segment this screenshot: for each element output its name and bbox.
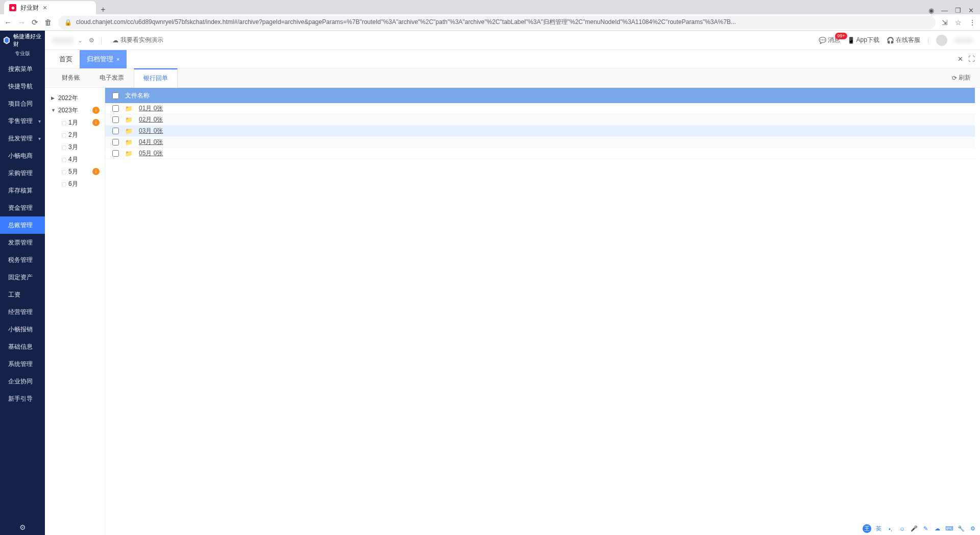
tree-node-month[interactable]: ▢ 6月 xyxy=(45,178,105,190)
subtab-finance[interactable]: 财务账 xyxy=(52,68,90,87)
ime-emoji-icon[interactable]: ☺ xyxy=(898,524,906,533)
close-tab-icon[interactable]: × xyxy=(116,56,119,62)
install-icon[interactable]: ⇲ xyxy=(942,18,948,27)
row-checkbox[interactable] xyxy=(112,128,119,134)
close-window-icon[interactable]: ✕ xyxy=(968,7,974,14)
sidebar-item[interactable]: 批发管理▾ xyxy=(0,130,45,147)
sidebar-item[interactable]: 小畅电商 xyxy=(0,147,45,164)
table-row[interactable]: 📁 05月 0张 xyxy=(105,148,975,159)
avatar[interactable] xyxy=(936,35,947,46)
maximize-icon[interactable]: ❐ xyxy=(955,7,961,14)
ime-settings-icon[interactable]: ⚙ xyxy=(968,524,977,533)
sidebar-nav: 搜索菜单快捷导航项目合同零售管理▾批发管理▾小畅电商采购管理库存核算资金管理总账… xyxy=(0,60,45,520)
forward-icon[interactable]: → xyxy=(18,18,26,27)
sidebar-item[interactable]: 库存核算 xyxy=(0,182,45,199)
fullscreen-icon[interactable]: ⛶ xyxy=(968,55,975,63)
sidebar-item[interactable]: 发票管理 xyxy=(0,234,45,251)
messages-button[interactable]: 💬 消息 99+ xyxy=(819,36,840,44)
tab-home[interactable]: 首页 xyxy=(52,50,80,68)
file-name-link[interactable]: 04月 0张 xyxy=(139,138,163,147)
star-icon[interactable]: ☆ xyxy=(955,18,962,27)
file-name-link[interactable]: 02月 0张 xyxy=(139,115,163,124)
table-row[interactable]: 📁 01月 0张 xyxy=(105,103,975,114)
sidebar-item[interactable]: 小畅报销 xyxy=(0,321,45,338)
ime-skin-icon[interactable]: ✎ xyxy=(921,524,930,533)
company-selector[interactable]: ⌄ xyxy=(52,37,83,44)
sidebar-item[interactable]: 快捷导航 xyxy=(0,78,45,95)
new-tab-button[interactable]: + xyxy=(96,5,110,14)
sub-tabs: 财务账 电子发票 银行回单 ⟳ 刷新 xyxy=(45,68,980,88)
gear-icon[interactable]: ⚙ xyxy=(89,37,94,44)
month-label: 6月 xyxy=(68,180,78,188)
trash-icon[interactable]: 🗑 xyxy=(44,18,52,27)
reload-icon[interactable]: ⟳ xyxy=(32,18,38,27)
tree-node-month[interactable]: ▢ 4月 xyxy=(45,153,105,165)
refresh-button[interactable]: ⟳ 刷新 xyxy=(952,74,971,82)
table-row[interactable]: 📁 04月 0张 xyxy=(105,137,975,148)
sidebar-item[interactable]: 新手引导 xyxy=(0,390,45,407)
sidebar-item[interactable]: 固定资产 xyxy=(0,269,45,286)
row-checkbox[interactable] xyxy=(112,150,119,157)
menu-icon[interactable]: ⋮ xyxy=(969,18,976,27)
ime-mic-icon[interactable]: 🎤 xyxy=(910,524,918,533)
sidebar-item[interactable]: 税务管理 xyxy=(0,251,45,269)
tree-node-month[interactable]: ▢ 2月 xyxy=(45,129,105,141)
table-row[interactable]: 📁 02月 0张 xyxy=(105,114,975,126)
ime-lang[interactable]: 英 xyxy=(874,524,883,533)
sidebar-item[interactable]: 搜索菜单 xyxy=(0,60,45,78)
logo[interactable]: 畅捷通好业财 xyxy=(0,31,45,50)
sidebar-item[interactable]: 系统管理 xyxy=(0,355,45,373)
tree-node-month[interactable]: ▢ 5月 i xyxy=(45,165,105,178)
column-filename: 文件名称 xyxy=(125,91,150,100)
sidebar-item[interactable]: 经营管理 xyxy=(0,303,45,321)
ime-cloud-icon[interactable]: ☁ xyxy=(933,524,942,533)
sidebar-item[interactable]: 企业协同 xyxy=(0,373,45,390)
tree-node-month[interactable]: ▢ 1月 i xyxy=(45,116,105,129)
chevron-down-icon: ⌄ xyxy=(78,37,83,44)
minimize-icon[interactable]: — xyxy=(941,7,948,14)
subtab-invoice-label: 电子发票 xyxy=(100,74,124,82)
sidebar-item[interactable]: 零售管理▾ xyxy=(0,112,45,130)
sidebar-item[interactable]: 工资 xyxy=(0,286,45,303)
ime-tool-icon[interactable]: 🔧 xyxy=(957,524,965,533)
demo-link[interactable]: ☁ 我要看实例演示 xyxy=(112,36,163,44)
settings-gear-icon[interactable]: ⚙ xyxy=(0,520,45,535)
url-field[interactable]: 🔒 cloud.chanjet.com/cc/u6d89qwnryel/57bf… xyxy=(58,16,936,29)
online-support-button[interactable]: 🎧 在线客服 xyxy=(887,36,920,44)
sidebar-item[interactable]: 资金管理 xyxy=(0,199,45,216)
tree-node-2023[interactable]: ▼ 2023年 i xyxy=(45,104,105,116)
year-tree: ▶ 2022年 ▼ 2023年 i ▢ 1月 i ▢ 2月 xyxy=(45,88,105,535)
headset-icon: 🎧 xyxy=(887,37,894,44)
back-icon[interactable]: ← xyxy=(4,18,12,27)
ime-punct-icon[interactable]: •, xyxy=(886,524,895,533)
file-name-link[interactable]: 01月 0张 xyxy=(139,104,163,113)
table-row[interactable]: 📁 03月 0张 xyxy=(105,126,975,137)
file-table-header: 文件名称 xyxy=(105,88,975,103)
file-name-link[interactable]: 05月 0张 xyxy=(139,149,163,158)
main-panel: ⌄ ⚙ | ☁ 我要看实例演示 💬 消息 99+ 📱 App下载 🎧 xyxy=(45,31,980,535)
tree-node-month[interactable]: ▢ 3月 xyxy=(45,141,105,153)
sidebar-item[interactable]: 项目合同 xyxy=(0,95,45,112)
file-name-link[interactable]: 03月 0张 xyxy=(139,127,163,135)
account-icon[interactable]: ◉ xyxy=(928,7,934,14)
close-all-tabs-icon[interactable]: ✕ xyxy=(958,55,963,63)
sidebar-item[interactable]: 基础信息 xyxy=(0,338,45,355)
sidebar-item[interactable]: 总账管理 xyxy=(0,216,45,234)
app-download-button[interactable]: 📱 App下载 xyxy=(847,36,879,44)
tab-archive[interactable]: 归档管理 × xyxy=(80,50,127,68)
tree-node-2022[interactable]: ▶ 2022年 xyxy=(45,92,105,104)
row-checkbox[interactable] xyxy=(112,139,119,145)
ime-main-icon[interactable]: 王 xyxy=(863,524,871,533)
file-listing: 文件名称 📁 01月 0张 📁 02月 0张 📁 03月 0张 📁 04月 0张… xyxy=(105,88,980,535)
row-checkbox[interactable] xyxy=(112,105,119,112)
subtab-bank-receipt[interactable]: 银行回单 xyxy=(134,68,178,88)
sidebar-item-label: 库存核算 xyxy=(8,186,33,195)
browser-tab[interactable]: ◆ 好业财 × xyxy=(4,1,96,14)
close-tab-icon[interactable]: × xyxy=(43,4,47,12)
sidebar-item[interactable]: 采购管理 xyxy=(0,164,45,182)
ime-keyboard-icon[interactable]: ⌨ xyxy=(945,524,953,533)
select-all-checkbox[interactable] xyxy=(112,92,119,99)
sidebar-item-label: 工资 xyxy=(8,290,20,299)
subtab-invoice[interactable]: 电子发票 xyxy=(90,68,134,87)
row-checkbox[interactable] xyxy=(112,116,119,123)
